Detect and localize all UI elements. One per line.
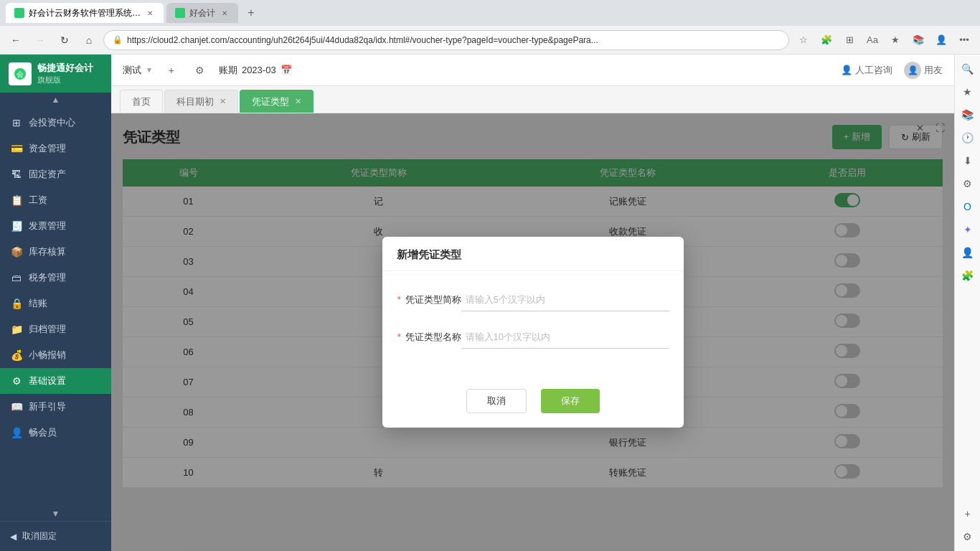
unpin-button[interactable]: ◀ 取消固定 xyxy=(10,527,101,545)
required-marker: * xyxy=(397,294,401,305)
sidebar: 会 畅捷通好会计 旗舰版 ▲ ⊞ 会投资中心 💳 资金管理 🏗 固定资产 xyxy=(0,55,111,551)
right-download-icon[interactable]: ⬇ xyxy=(958,151,978,171)
url-box[interactable]: 🔒 https://cloud2.chanjet.com/accounting/… xyxy=(103,30,789,50)
expense-icon: 💰 xyxy=(10,349,23,362)
browser-tab-1[interactable]: 好会计云财务软件管理系统_会计 ✕ xyxy=(6,3,164,23)
right-outlook-icon[interactable]: O xyxy=(958,197,978,217)
new-tab-button[interactable]: + xyxy=(241,3,261,23)
name-input[interactable] xyxy=(461,326,669,349)
sidebar-item-guide[interactable]: 📖 新手引导 xyxy=(0,394,111,420)
sidebar-item-expense[interactable]: 💰 小畅报销 xyxy=(0,342,111,368)
extensions-button[interactable]: 🧩 xyxy=(816,30,837,50)
right-extension-icon[interactable]: 🧩 xyxy=(958,265,978,286)
split-view-button[interactable]: ⊞ xyxy=(839,30,859,50)
browser-tab-1-title: 好会计云财务软件管理系统_会计 xyxy=(29,7,141,19)
scroll-down-indicator[interactable]: ▼ xyxy=(0,507,111,521)
cancel-button[interactable]: 取消 xyxy=(466,389,527,413)
browser-chrome: 好会计云财务软件管理系统_会计 ✕ 好会计 ✕ + ← → ↻ ⌂ 🔒 http… xyxy=(0,0,980,55)
user-label: 用友 xyxy=(924,64,943,77)
modal-title: 新增凭证类型 xyxy=(397,248,461,262)
sidebar-item-label: 归档管理 xyxy=(29,323,66,336)
tab-home[interactable]: 首页 xyxy=(120,90,163,113)
tab-voucher-type[interactable]: 凭证类型 ✕ xyxy=(240,90,314,113)
sidebar-item-label: 会投资中心 xyxy=(29,116,75,129)
tab-home-label: 首页 xyxy=(132,95,151,108)
sidebar-item-fixed-assets[interactable]: 🏗 固定资产 xyxy=(0,161,111,187)
tab-favicon-1 xyxy=(14,8,24,18)
right-plus-icon[interactable]: + xyxy=(958,504,978,524)
right-history-icon[interactable]: 🕐 xyxy=(958,128,978,148)
form-row-name: * 凭证类型名称 xyxy=(397,326,669,349)
more-button[interactable]: ••• xyxy=(954,30,974,50)
tab-subject-close-icon[interactable]: ✕ xyxy=(220,97,226,106)
required-marker-2: * xyxy=(397,331,401,342)
home-button[interactable]: ⌂ xyxy=(79,30,99,50)
collections-button[interactable]: 📚 xyxy=(908,30,928,50)
consult-button[interactable]: 👤 人工咨询 xyxy=(841,64,892,77)
add-favorites-button[interactable]: ★ xyxy=(885,30,905,50)
favorites-button[interactable]: ☆ xyxy=(793,30,814,50)
settle-icon: 🔒 xyxy=(10,297,23,310)
tab-favicon-2 xyxy=(175,8,185,18)
main-content: 测试 ▼ + ⚙ 账期 2023-03 📅 👤 人工咨询 👤 用友 xyxy=(111,55,954,551)
reading-mode-button[interactable]: Aa xyxy=(862,30,882,50)
sidebar-bottom: ◀ 取消固定 xyxy=(0,521,111,551)
sidebar-item-tax[interactable]: 🗃 税务管理 xyxy=(0,265,111,291)
sidebar-item-label: 基础设置 xyxy=(29,375,66,387)
refresh-button[interactable]: ↻ xyxy=(55,30,75,50)
forward-button[interactable]: → xyxy=(30,30,50,50)
right-search-icon[interactable]: 🔍 xyxy=(958,59,978,79)
user-info[interactable]: 👤 用友 xyxy=(904,62,943,79)
sidebar-item-settle[interactable]: 🔒 结账 xyxy=(0,291,111,316)
sidebar-item-inventory[interactable]: 📦 库存核算 xyxy=(0,239,111,265)
period-value: 2023-03 xyxy=(242,65,276,75)
page-inner: ✕ ⛶ 凭证类型 + 新增 ↻ 刷新 xyxy=(111,113,954,551)
sidebar-item-finance[interactable]: 💳 资金管理 xyxy=(0,136,111,161)
add-workspace-button[interactable]: + xyxy=(161,60,182,80)
right-copilot-icon[interactable]: ✦ xyxy=(958,220,978,240)
modal-footer: 取消 保存 xyxy=(382,380,684,428)
tab-bar: 好会计云财务软件管理系统_会计 ✕ 好会计 ✕ + xyxy=(0,0,980,26)
modal-header: 新增凭证类型 xyxy=(382,237,684,271)
settings-button[interactable]: ⚙ xyxy=(190,60,210,80)
period-label: 账期 xyxy=(219,64,237,77)
page-body: ✕ ⛶ 凭证类型 + 新增 ↻ 刷新 xyxy=(111,113,954,551)
sidebar-item-archive[interactable]: 📁 归档管理 xyxy=(0,316,111,342)
abbr-label: * 凭证类型简称 xyxy=(397,293,461,306)
workspace-name: 测试 xyxy=(123,64,141,77)
url-text: https://cloud2.chanjet.com/accounting/uh… xyxy=(127,35,780,45)
period-info: 账期 2023-03 📅 xyxy=(219,64,292,77)
browser-tab-1-close[interactable]: ✕ xyxy=(145,8,155,18)
sidebar-item-basic[interactable]: ⚙ 基础设置 xyxy=(0,368,111,394)
tab-voucher-type-close-icon[interactable]: ✕ xyxy=(295,97,301,106)
right-star-icon[interactable]: ★ xyxy=(958,82,978,102)
sidebar-item-label: 工资 xyxy=(29,194,47,207)
sidebar-item-investment[interactable]: ⊞ 会投资中心 xyxy=(0,110,111,136)
fixed-assets-icon: 🏗 xyxy=(10,168,23,181)
tab-subject[interactable]: 科目期初 ✕ xyxy=(164,90,238,113)
name-label: * 凭证类型名称 xyxy=(397,331,461,344)
profile-button[interactable]: 👤 xyxy=(931,30,951,50)
sidebar-item-label: 资金管理 xyxy=(29,142,66,155)
guide-icon: 📖 xyxy=(10,400,23,413)
right-collection-icon[interactable]: 📚 xyxy=(958,105,978,125)
sidebar-logo: 会 畅捷通好会计 旗舰版 xyxy=(0,55,111,93)
right-user-icon[interactable]: 👤 xyxy=(958,242,978,263)
right-settings-icon[interactable]: ⚙ xyxy=(958,527,978,547)
abbr-input[interactable] xyxy=(461,288,669,311)
save-button[interactable]: 保存 xyxy=(541,389,600,413)
calendar-icon: 📅 xyxy=(281,65,292,75)
browser-tab-2[interactable]: 好会计 ✕ xyxy=(166,3,238,23)
sidebar-item-member[interactable]: 👤 畅会员 xyxy=(0,420,111,446)
right-apps-icon[interactable]: ⚙ xyxy=(958,174,978,194)
sidebar-item-payroll[interactable]: 📋 工资 xyxy=(0,187,111,213)
sidebar-item-invoice[interactable]: 🧾 发票管理 xyxy=(0,213,111,239)
scroll-up-indicator[interactable]: ▲ xyxy=(0,93,111,107)
right-panel: 🔍 ★ 📚 🕐 ⬇ ⚙ O ✦ 👤 🧩 + ⚙ xyxy=(954,55,980,551)
back-button[interactable]: ← xyxy=(6,30,26,50)
svg-text:会: 会 xyxy=(17,70,24,78)
modal-overlay: 新增凭证类型 * 凭证类型简称 xyxy=(111,113,954,551)
browser-tab-2-close[interactable]: ✕ xyxy=(220,8,230,18)
sidebar-item-label: 固定资产 xyxy=(29,168,66,181)
workspace-selector[interactable]: 测试 ▼ xyxy=(123,64,153,77)
